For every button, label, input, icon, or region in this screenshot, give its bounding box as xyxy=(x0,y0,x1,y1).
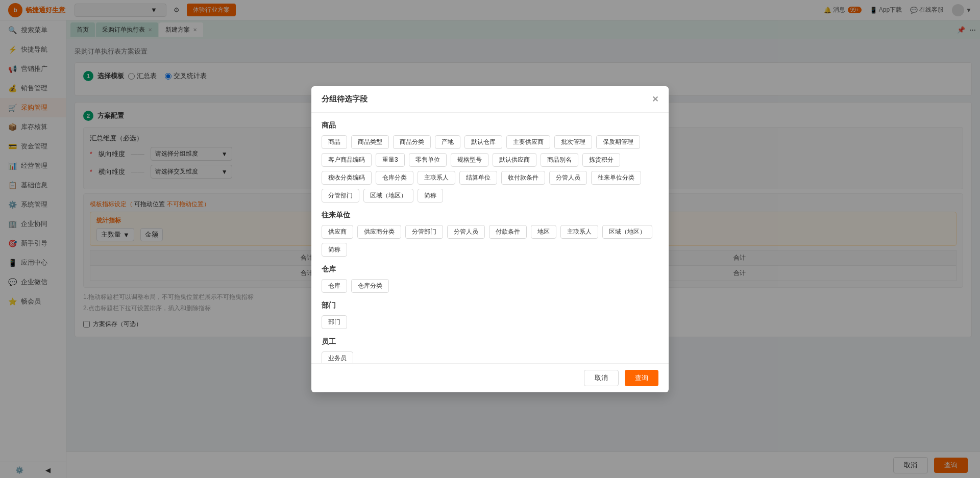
modal-cancel-button[interactable]: 取消 xyxy=(584,370,619,386)
field-tag[interactable]: 重量3 xyxy=(376,153,405,167)
field-tag[interactable]: 商品 xyxy=(322,135,347,149)
field-tag[interactable]: 零售单位 xyxy=(409,153,447,167)
field-tag[interactable]: 收付款条件 xyxy=(501,171,545,185)
field-tag[interactable]: 商品分类 xyxy=(393,135,431,149)
field-tag[interactable]: 供应商 xyxy=(322,225,353,239)
field-tag[interactable]: 商品别名 xyxy=(541,153,578,167)
field-tag[interactable]: 客户商品编码 xyxy=(322,153,372,167)
field-tag[interactable]: 分管人员 xyxy=(447,225,485,239)
field-tag[interactable]: 拣货积分 xyxy=(582,153,620,167)
section-title-warehouse: 仓库 xyxy=(322,265,658,274)
field-tag[interactable]: 分管人员 xyxy=(549,171,587,185)
section-title-department: 部门 xyxy=(322,301,658,310)
modal-title: 分组待选字段 xyxy=(322,94,368,104)
field-selection-modal: 分组待选字段 ✕ 商品 商品商品类型商品分类产地默认仓库主要供应商批次管理保质期… xyxy=(311,86,669,392)
field-tag[interactable]: 仓库分类 xyxy=(351,279,389,293)
product-tags: 商品商品类型商品分类产地默认仓库主要供应商批次管理保质期管理客户商品编码重量3零… xyxy=(322,135,658,203)
field-tag[interactable]: 商品类型 xyxy=(351,135,389,149)
field-tag[interactable]: 规格型号 xyxy=(451,153,488,167)
warehouse-tags: 仓库仓库分类 xyxy=(322,279,658,293)
field-tag[interactable]: 结算单位 xyxy=(459,171,497,185)
partner-tags: 供应商供应商分类分管部门分管人员付款条件地区主联系人区域（地区）简称 xyxy=(322,225,658,257)
field-tag[interactable]: 分管部门 xyxy=(322,189,359,203)
field-tag[interactable]: 区域（地区） xyxy=(602,225,652,239)
modal-close-button[interactable]: ✕ xyxy=(652,94,658,104)
field-tag[interactable]: 产地 xyxy=(435,135,460,149)
field-tag[interactable]: 付款条件 xyxy=(489,225,527,239)
employee-tags: 业务员 xyxy=(322,351,658,363)
field-tag[interactable]: 简称 xyxy=(322,243,347,257)
field-tag[interactable]: 仓库分类 xyxy=(376,171,413,185)
field-tag[interactable]: 税收分类编码 xyxy=(322,171,372,185)
field-tag[interactable]: 主联系人 xyxy=(560,225,598,239)
section-title-partner: 往来单位 xyxy=(322,211,658,220)
field-tag[interactable]: 业务员 xyxy=(322,351,353,363)
modal-overlay: 分组待选字段 ✕ 商品 商品商品类型商品分类产地默认仓库主要供应商批次管理保质期… xyxy=(0,0,980,478)
modal-header: 分组待选字段 ✕ xyxy=(311,86,669,113)
department-tags: 部门 xyxy=(322,315,658,329)
field-tag[interactable]: 默认仓库 xyxy=(464,135,502,149)
section-title-employee: 员工 xyxy=(322,337,658,346)
field-tag[interactable]: 默认供应商 xyxy=(493,153,536,167)
field-tag[interactable]: 供应商分类 xyxy=(357,225,401,239)
field-tag[interactable]: 分管部门 xyxy=(405,225,443,239)
field-tag[interactable]: 简称 xyxy=(418,189,443,203)
field-tag[interactable]: 往来单位分类 xyxy=(591,171,641,185)
field-tag[interactable]: 区域（地区） xyxy=(363,189,413,203)
section-title-product: 商品 xyxy=(322,121,658,130)
field-tag[interactable]: 批次管理 xyxy=(554,135,592,149)
field-tag[interactable]: 保质期管理 xyxy=(596,135,640,149)
modal-confirm-button[interactable]: 查询 xyxy=(625,370,658,386)
field-tag[interactable]: 主要供应商 xyxy=(506,135,550,149)
field-tag[interactable]: 地区 xyxy=(531,225,556,239)
field-tag[interactable]: 仓库 xyxy=(322,279,347,293)
modal-footer: 取消 查询 xyxy=(311,363,669,392)
field-tag[interactable]: 部门 xyxy=(322,315,347,329)
modal-body: 商品 商品商品类型商品分类产地默认仓库主要供应商批次管理保质期管理客户商品编码重… xyxy=(311,113,669,363)
field-tag[interactable]: 主联系人 xyxy=(418,171,455,185)
